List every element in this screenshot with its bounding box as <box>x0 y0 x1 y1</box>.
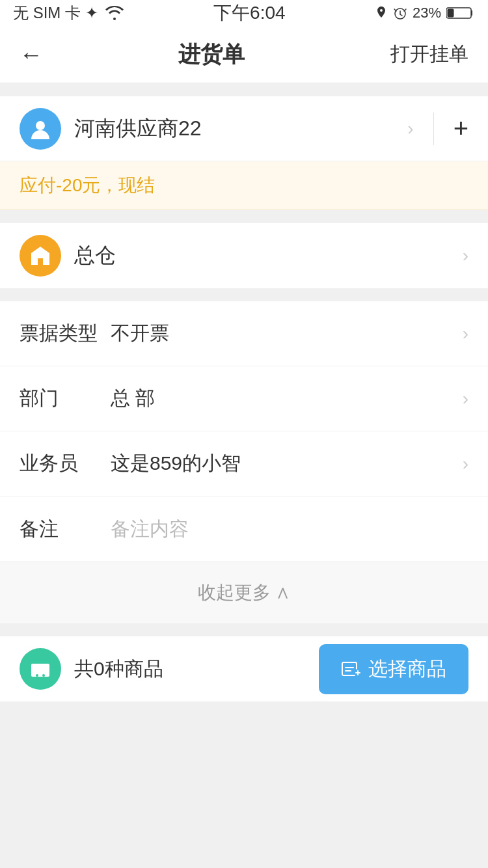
select-product-button[interactable]: 选择商品 <box>319 644 468 694</box>
location-icon <box>375 7 388 20</box>
open-pending-button[interactable]: 打开挂单 <box>364 41 468 68</box>
dept-arrow-icon: › <box>463 388 468 409</box>
supplier-name: 河南供应商22 <box>74 115 407 143</box>
status-left: 无 SIM 卡 ✦ <box>13 3 124 23</box>
divider-1 <box>0 83 488 96</box>
salesperson-arrow-icon: › <box>463 454 468 474</box>
svg-rect-4 <box>31 664 49 677</box>
alarm-icon <box>393 6 407 20</box>
back-button[interactable]: ← <box>20 41 59 68</box>
invoice-arrow-icon: › <box>463 323 468 344</box>
select-product-label: 选择商品 <box>368 656 446 683</box>
salesperson-row[interactable]: 业务员 这是859的小智 › <box>0 431 488 496</box>
notice-banner: 应付-20元，现结 <box>0 161 488 210</box>
svg-rect-2 <box>448 9 454 18</box>
warehouse-icon-svg <box>29 244 52 267</box>
warehouse-name: 总仓 <box>74 241 463 270</box>
invoice-value: 不开票 <box>111 320 463 347</box>
wifi-icon <box>105 6 124 20</box>
note-placeholder[interactable]: 备注内容 <box>111 516 468 543</box>
collapse-button[interactable]: 收起更多 ∧ <box>0 562 488 623</box>
page-title: 进货单 <box>59 40 364 70</box>
dept-value: 总 部 <box>111 385 463 412</box>
svg-point-3 <box>36 121 45 130</box>
product-count: 共0种商品 <box>74 656 319 683</box>
supplier-arrow-icon: › <box>407 118 413 139</box>
supplier-row[interactable]: 河南供应商22 › + <box>0 96 488 161</box>
warehouse-icon <box>20 235 61 277</box>
svg-point-6 <box>42 674 45 677</box>
dept-label: 部门 <box>20 385 98 412</box>
warehouse-arrow-icon: › <box>463 245 468 266</box>
supplier-separator <box>433 113 434 145</box>
status-right: 23% <box>375 5 475 21</box>
supplier-avatar <box>20 108 61 150</box>
note-row[interactable]: 备注 备注内容 <box>0 496 488 562</box>
salesperson-label: 业务员 <box>20 450 98 477</box>
salesperson-value: 这是859的小智 <box>111 450 463 477</box>
product-icon <box>20 648 61 690</box>
form-section: 票据类型 不开票 › 部门 总 部 › 业务员 这是859的小智 › 备注 备注… <box>0 301 488 562</box>
battery-icon <box>446 6 475 20</box>
warehouse-row[interactable]: 总仓 › <box>0 223 488 288</box>
nav-bar: ← 进货单 打开挂单 <box>0 26 488 83</box>
supplier-avatar-icon <box>29 117 52 141</box>
battery-percent: 23% <box>413 5 441 21</box>
invoice-label: 票据类型 <box>20 320 98 347</box>
invoice-row[interactable]: 票据类型 不开票 › <box>0 301 488 366</box>
svg-point-5 <box>36 674 38 677</box>
bottom-bar: 共0种商品 选择商品 <box>0 636 488 701</box>
select-product-icon <box>341 658 362 679</box>
status-time: 下午6:04 <box>213 1 286 25</box>
add-supplier-button[interactable]: + <box>454 114 468 143</box>
no-sim-label: 无 SIM 卡 ✦ <box>13 3 98 23</box>
product-cart-icon <box>29 657 52 681</box>
status-bar: 无 SIM 卡 ✦ 下午6:04 23% <box>0 0 488 26</box>
note-label: 备注 <box>20 516 98 543</box>
dept-row[interactable]: 部门 总 部 › <box>0 366 488 431</box>
